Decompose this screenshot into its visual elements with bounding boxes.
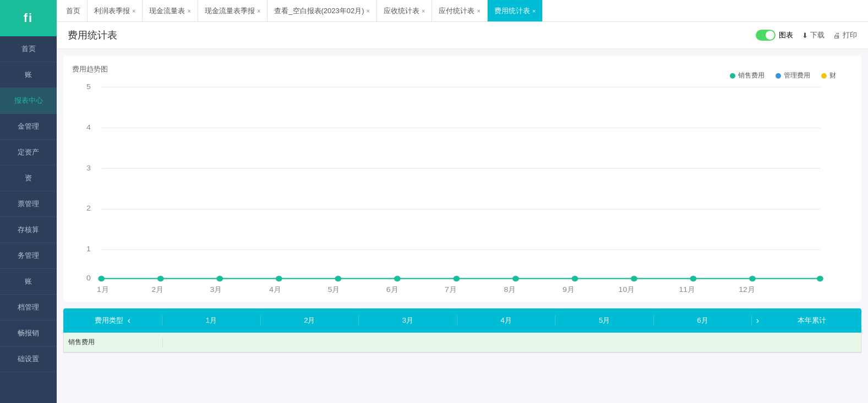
svg-text:1月: 1月 xyxy=(97,286,109,293)
sidebar-item-archive[interactable]: 档管理 xyxy=(0,295,57,321)
svg-point-13 xyxy=(157,275,164,281)
sidebar-item-account[interactable]: 账 xyxy=(0,62,57,88)
header-actions: 图表 ⬇ 下载 🖨 打印 xyxy=(756,30,857,41)
table-header-month-1: 1月 xyxy=(162,316,261,325)
svg-point-17 xyxy=(394,275,401,281)
svg-text:2: 2 xyxy=(86,205,91,212)
svg-point-14 xyxy=(216,275,223,281)
svg-point-24 xyxy=(817,275,823,281)
tab-close-blank-report[interactable]: × xyxy=(367,8,370,14)
svg-point-20 xyxy=(572,275,578,281)
svg-text:10月: 10月 xyxy=(619,286,635,293)
svg-text:4: 4 xyxy=(86,123,91,131)
svg-point-15 xyxy=(276,275,282,281)
print-icon: 🖨 xyxy=(833,31,840,40)
download-icon: ⬇ xyxy=(802,31,808,40)
tab-payable-stat[interactable]: 应付统计表 × xyxy=(432,0,487,22)
svg-point-22 xyxy=(690,275,697,281)
svg-text:7月: 7月 xyxy=(445,286,457,293)
legend-dot-admin xyxy=(776,73,781,79)
table-header-month-2: 2月 xyxy=(261,316,359,325)
tab-close-receivable[interactable]: × xyxy=(422,8,425,14)
nav-right-button[interactable]: › xyxy=(752,316,763,325)
tab-profit[interactable]: 利润表季报 × xyxy=(88,0,143,22)
table-header-month-5: 5月 xyxy=(555,316,654,325)
table-row-sales: 销售费用 xyxy=(64,333,861,352)
app-logo: fi xyxy=(0,0,57,36)
svg-point-21 xyxy=(631,275,637,281)
tab-close-payable-stat[interactable]: × xyxy=(477,8,480,14)
sidebar-item-settings[interactable]: 础设置 xyxy=(0,346,57,372)
sidebar-item-smooth[interactable]: 畅报销 xyxy=(0,321,57,346)
svg-point-18 xyxy=(453,275,460,281)
svg-text:4月: 4月 xyxy=(269,286,281,293)
chart-toggle[interactable] xyxy=(756,30,776,41)
tab-blank-report[interactable]: 查看_空白报表(2023年02月) × xyxy=(268,0,377,22)
tab-close-cashflow-q[interactable]: × xyxy=(257,8,260,14)
chart-toggle-label: 图表 xyxy=(779,30,793,40)
svg-text:9月: 9月 xyxy=(563,286,575,293)
main-area: 首页 利润表季报 × 现金流量表 × 现金流量表季报 × 查看_空白报表(202… xyxy=(57,0,868,403)
table-cell-sales-label: 销售费用 xyxy=(64,338,163,347)
table-body: 销售费用 xyxy=(63,333,861,353)
legend-dot-finance xyxy=(821,73,827,79)
page-header: 费用统计表 图表 ⬇ 下载 🖨 打印 xyxy=(57,22,868,49)
tab-cashflow-q[interactable]: 现金流量表季报 × xyxy=(198,0,268,22)
svg-point-16 xyxy=(335,275,341,281)
svg-text:3: 3 xyxy=(86,164,91,172)
table-header-total: 本年累计 xyxy=(763,316,861,325)
sidebar: fi 首页 账 报表中心 金管理 定资产 资 票管理 存核算 务管理 账 档管理… xyxy=(0,0,57,403)
sidebar-item-fund[interactable]: 金管理 xyxy=(0,114,57,140)
table-header-month-4: 4月 xyxy=(457,316,556,325)
svg-text:2月: 2月 xyxy=(151,286,163,293)
chart-section: 费用趋势图 销售费用 管理费用 财 xyxy=(63,56,861,302)
table-header-month-6: 6月 xyxy=(654,316,752,325)
sidebar-item-service[interactable]: 务管理 xyxy=(0,243,57,269)
print-button[interactable]: 🖨 打印 xyxy=(833,30,857,40)
legend-dot-sales xyxy=(730,73,735,79)
svg-text:6月: 6月 xyxy=(386,286,398,293)
sidebar-item-payable[interactable]: 账 xyxy=(0,269,57,295)
tab-receivable[interactable]: 应收统计表 × xyxy=(377,0,432,22)
download-button[interactable]: ⬇ 下载 xyxy=(802,30,825,40)
page-title: 费用统计表 xyxy=(68,29,117,42)
tab-expense[interactable]: 费用统计表 × xyxy=(488,0,543,22)
svg-text:3月: 3月 xyxy=(210,286,222,293)
table-header-row: 费用类型 ‹ 1月 2月 3月 4月 5月 6月 › 本年累计 xyxy=(63,308,861,333)
tab-cashflow[interactable]: 现金流量表 × xyxy=(143,0,198,22)
tab-bar: 首页 利润表季报 × 现金流量表 × 现金流量表季报 × 查看_空白报表(202… xyxy=(57,0,868,22)
svg-text:5: 5 xyxy=(86,83,91,91)
tab-close-cashflow[interactable]: × xyxy=(187,8,190,14)
sidebar-item-report-center[interactable]: 报表中心 xyxy=(0,88,57,114)
tab-close-profit[interactable]: × xyxy=(132,8,135,14)
svg-text:1: 1 xyxy=(86,245,91,253)
sidebar-item-capital[interactable]: 资 xyxy=(0,165,57,191)
svg-point-12 xyxy=(98,275,105,281)
chart-toggle-group: 图表 xyxy=(756,30,793,41)
svg-point-19 xyxy=(512,275,519,281)
sidebar-item-fixed-assets[interactable]: 定资产 xyxy=(0,140,57,165)
svg-text:11月: 11月 xyxy=(679,286,695,293)
svg-text:0: 0 xyxy=(86,274,91,282)
nav-left-icon[interactable]: ‹ xyxy=(128,316,130,325)
svg-text:5月: 5月 xyxy=(327,286,340,293)
sidebar-item-inventory[interactable]: 存核算 xyxy=(0,217,57,243)
content-area: 费用统计表 图表 ⬇ 下载 🖨 打印 费用趋势图 xyxy=(57,22,868,403)
tab-home[interactable]: 首页 xyxy=(59,0,88,22)
tab-close-expense[interactable]: × xyxy=(532,8,536,14)
svg-text:12月: 12月 xyxy=(739,286,755,293)
table-section: 费用类型 ‹ 1月 2月 3月 4月 5月 6月 › 本年累计 销售费用 xyxy=(63,308,861,353)
sidebar-item-home[interactable]: 首页 xyxy=(0,36,57,62)
svg-text:8月: 8月 xyxy=(504,286,516,293)
chart-container: 5 4 3 2 1 0 xyxy=(72,79,853,293)
table-header-category: 费用类型 ‹ xyxy=(63,316,162,325)
chart-svg: 5 4 3 2 1 0 xyxy=(72,79,853,293)
table-header-month-3: 3月 xyxy=(359,316,457,325)
sidebar-item-ticket[interactable]: 票管理 xyxy=(0,191,57,217)
svg-point-23 xyxy=(749,275,756,281)
